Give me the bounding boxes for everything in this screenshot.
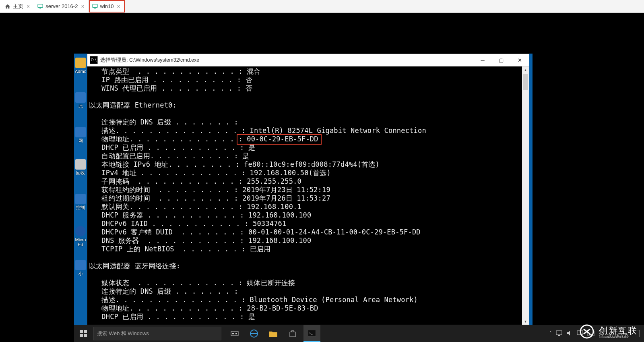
desktop-icon-label: Micro bbox=[75, 237, 86, 242]
svg-rect-3 bbox=[94, 8, 96, 8]
desktop-icon-label: 网 bbox=[78, 138, 83, 143]
close-icon[interactable]: × bbox=[80, 4, 85, 9]
close-icon[interactable]: × bbox=[116, 4, 121, 9]
vm-tab-home-label: 主页 bbox=[13, 3, 23, 10]
watermark-text: 创新互联 bbox=[599, 325, 638, 336]
guest-wallpaper-left-strip: Admi: 此 网 回收 控制 Micro Ed bbox=[74, 54, 87, 342]
close-icon[interactable]: × bbox=[26, 4, 31, 9]
control-panel-icon bbox=[75, 194, 86, 204]
cmd-scrollbar[interactable]: ▴ ▾ bbox=[522, 66, 529, 325]
edge-icon bbox=[75, 226, 86, 236]
cmd-window: C:\ 选择管理员: C:\Windows\system32\cmd.exe ─… bbox=[87, 54, 529, 325]
taskbar-store-button[interactable] bbox=[284, 325, 301, 342]
scroll-up-button[interactable]: ▴ bbox=[522, 66, 529, 73]
svg-rect-2 bbox=[92, 4, 97, 7]
desktop-icon-label: 此 bbox=[78, 104, 83, 108]
maximize-button[interactable]: ▢ bbox=[492, 54, 510, 66]
desktop-icon-edge[interactable]: Micro Ed bbox=[74, 226, 87, 247]
pc-icon bbox=[75, 92, 86, 103]
taskbar-search-placeholder: 搜索 Web 和 Windows bbox=[97, 330, 149, 337]
desktop-icon-control-panel[interactable]: 控制 bbox=[74, 194, 87, 210]
svg-rect-8 bbox=[231, 332, 238, 336]
svg-rect-5 bbox=[84, 330, 87, 333]
vm-tab-home[interactable]: 主页 × bbox=[0, 0, 34, 12]
close-button[interactable]: ✕ bbox=[510, 54, 529, 66]
desktop-icon-label: Admi: bbox=[75, 69, 86, 74]
desktop-icon-label: 回收 bbox=[76, 170, 85, 175]
taskbar-cmd-button[interactable]: >_ bbox=[303, 325, 320, 342]
svg-rect-6 bbox=[80, 334, 83, 337]
network-icon bbox=[75, 127, 86, 137]
svg-rect-7 bbox=[84, 334, 87, 337]
taskview-button[interactable] bbox=[226, 325, 243, 342]
cmd-output[interactable]: 节点类型 . . . . . . . . . . . . : 混合 IP 路由已… bbox=[87, 66, 522, 325]
scroll-down-button[interactable]: ▾ bbox=[522, 318, 529, 325]
cmd-title: 选择管理员: C:\Windows\system32\cmd.exe bbox=[100, 57, 473, 64]
svg-rect-14 bbox=[556, 331, 562, 335]
host-black-area: Admi: 此 网 回收 控制 Micro Ed bbox=[0, 13, 644, 342]
tray-volume-icon[interactable] bbox=[566, 330, 573, 337]
scroll-thumb[interactable] bbox=[523, 74, 528, 90]
vm-tab-win10[interactable]: win10 × bbox=[89, 0, 125, 12]
desktop-icon-recycle-bin[interactable]: 回收 bbox=[74, 159, 87, 175]
minimize-button[interactable]: ─ bbox=[473, 54, 492, 66]
taskbar-explorer-button[interactable] bbox=[265, 325, 282, 342]
guest-taskbar: 搜索 Web 和 Windows >_ bbox=[74, 325, 644, 342]
watermark: 创新互联 CHUANG.XIN.HU.LIAN bbox=[579, 323, 638, 340]
vm-tab-server2016-2[interactable]: server 2016-2 × bbox=[34, 0, 89, 12]
desktop-icon-label: 控制 bbox=[76, 205, 85, 210]
home-icon bbox=[5, 4, 10, 9]
svg-rect-1 bbox=[39, 8, 41, 8]
guest-wallpaper-right-strip bbox=[529, 54, 533, 325]
vm-tab-strip: 主页 × server 2016-2 × win10 × bbox=[0, 0, 644, 13]
tray-overflow-button[interactable]: ˄ bbox=[549, 331, 552, 336]
monitor-icon bbox=[92, 4, 98, 9]
taskbar-search-input[interactable]: 搜索 Web 和 Windows bbox=[93, 327, 221, 340]
app-icon bbox=[75, 260, 86, 270]
desktop-icon-user-folder[interactable]: Admi: bbox=[74, 58, 87, 74]
taskbar-edge-button[interactable] bbox=[246, 325, 262, 342]
cmd-mac-address: : 00-0C-29-EB-5F-DD bbox=[238, 135, 318, 143]
monitor-icon bbox=[37, 4, 43, 9]
watermark-subtext: CHUANG.XIN.HU.LIAN bbox=[599, 336, 638, 338]
trash-icon bbox=[75, 159, 86, 170]
windows-icon bbox=[80, 330, 87, 337]
svg-text:>_: >_ bbox=[309, 332, 313, 335]
tray-network-icon[interactable] bbox=[556, 330, 562, 337]
watermark-logo-icon bbox=[579, 323, 595, 340]
folder-icon bbox=[75, 58, 86, 68]
svg-rect-0 bbox=[38, 4, 43, 7]
svg-rect-4 bbox=[80, 330, 83, 333]
desktop-icon-label: 小 bbox=[78, 271, 83, 276]
cmd-icon: C:\ bbox=[90, 56, 98, 64]
desktop-icon-this-pc[interactable]: 此 bbox=[74, 92, 87, 108]
svg-rect-9 bbox=[232, 333, 234, 334]
window-controls: ─ ▢ ✕ bbox=[473, 54, 529, 66]
start-button[interactable] bbox=[74, 325, 93, 342]
desktop-icon-network[interactable]: 网 bbox=[74, 127, 87, 143]
vm-tab-win10-label: win10 bbox=[100, 3, 114, 9]
svg-rect-15 bbox=[558, 335, 560, 336]
desktop-icon-app[interactable]: 小 bbox=[74, 260, 87, 276]
svg-rect-10 bbox=[235, 333, 237, 334]
vm-tab-server-label: server 2016-2 bbox=[45, 3, 78, 9]
guest-viewport: Admi: 此 网 回收 控制 Micro Ed bbox=[74, 54, 644, 342]
cmd-titlebar[interactable]: C:\ 选择管理员: C:\Windows\system32\cmd.exe ─… bbox=[87, 54, 529, 66]
desktop-icon-label: Ed bbox=[78, 242, 83, 247]
